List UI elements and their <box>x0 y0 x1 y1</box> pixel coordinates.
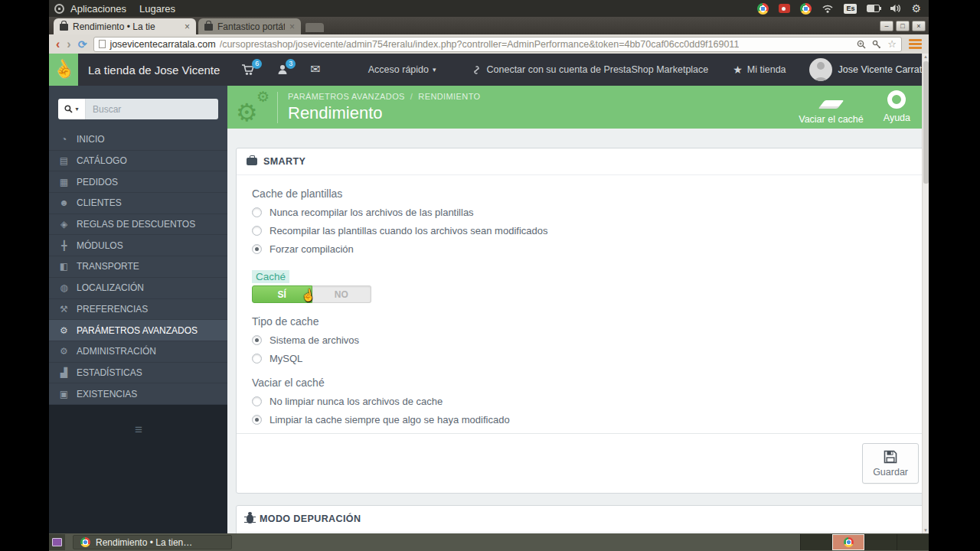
shop-name[interactable]: La tienda de Jose Vicente <box>88 64 220 77</box>
save-button[interactable]: Guardar <box>862 443 919 484</box>
reload-button[interactable]: ⟳ <box>78 39 87 50</box>
prestashop-page: ☝ La tienda de Jose Vicente 6 3 ✉ Acceso… <box>49 54 929 533</box>
clear-cache-button[interactable]: Vaciar el caché <box>799 90 864 125</box>
tab-close-icon[interactable]: × <box>185 21 190 32</box>
menu-aplicaciones[interactable]: Aplicaciones <box>70 3 126 15</box>
sidebar-item-clientes[interactable]: ☻CLIENTES <box>49 193 227 214</box>
radio-option[interactable]: Forzar compilación <box>252 243 915 255</box>
radio-icon-checked[interactable] <box>252 244 262 254</box>
cursor-hand-icon: ☝ <box>300 288 316 302</box>
zoom-icon[interactable] <box>857 40 866 49</box>
sidebar-item-pedidos[interactable]: ▦PEDIDOS <box>49 171 227 193</box>
show-desktop-button[interactable] <box>49 534 65 550</box>
sidebar-item-existencias[interactable]: ▣EXISTENCIAS <box>49 383 227 405</box>
chrome-tray-icon-2[interactable] <box>800 3 812 15</box>
bookmark-star-icon[interactable]: ☆ <box>887 39 897 49</box>
main-area: ⚙ ⚙ PARÁMETROS AVANZADOS / RENDIMIENTO R… <box>227 86 929 533</box>
sidebar-menu: ◔INICIO ▤CATÁLOGO ▦PEDIDOS ☻CLIENTES ◈RE… <box>49 129 227 405</box>
sidebar-item-preferencias[interactable]: ⚒PREFERENCIAS <box>49 299 227 321</box>
sidebar: ▾ ◔INICIO ▤CATÁLOGO ▦PEDIDOS ☻CLIENTES ◈… <box>49 86 227 533</box>
maximize-button[interactable]: □ <box>896 21 910 31</box>
workspace-2-active[interactable] <box>832 534 864 550</box>
smarty-panel-title: SMARTY <box>263 156 305 167</box>
search-input[interactable] <box>86 99 218 119</box>
radio-icon-checked[interactable] <box>252 335 262 345</box>
sidebar-item-modulos[interactable]: ╋MÓDULOS <box>49 235 227 256</box>
browser-menu-icon[interactable] <box>909 39 922 49</box>
briefcase-icon <box>247 158 257 165</box>
session-gear-icon[interactable]: ⚙ <box>911 3 921 14</box>
collapse-menu-icon[interactable]: ≡ <box>135 423 142 436</box>
radio-option[interactable]: No limpiar nunca los archivos de cache <box>252 396 915 407</box>
browser-tab-active[interactable]: Rendimiento • La tie × <box>54 18 196 34</box>
back-button[interactable]: ‹ <box>56 38 60 51</box>
smarty-panel-header: SMARTY <box>237 148 929 175</box>
radio-icon[interactable] <box>252 226 262 236</box>
cache-toggle[interactable]: SÍ NO ☝ <box>252 285 371 303</box>
marketplace-link[interactable]: Conectar con su cuenta de PrestaShop Mar… <box>472 64 709 75</box>
address-bar[interactable]: josevicentecarratala.com /cursoprestasho… <box>93 37 902 52</box>
customer-notifications[interactable]: 3 <box>276 64 289 76</box>
admin-body: ▾ ◔INICIO ▤CATÁLOGO ▦PEDIDOS ☻CLIENTES ◈… <box>49 86 929 533</box>
radio-label: Nunca recompilar los archivos de las pla… <box>270 207 474 218</box>
scroll-up-icon[interactable]: ▲ <box>923 54 928 60</box>
tags-icon: ◈ <box>58 220 70 229</box>
sidebar-item-reglas-de-descuentos[interactable]: ◈REGLAS DE DESCUENTOS <box>49 214 227 236</box>
volume-icon[interactable] <box>890 4 901 13</box>
prestashop-logo[interactable]: ☝ <box>49 54 78 86</box>
stats-icon: ▟ <box>58 368 70 377</box>
radio-option[interactable]: MySQL <box>252 353 915 364</box>
radio-icon[interactable] <box>252 207 262 217</box>
radio-label: Limpiar la cache siempre que algo se hay… <box>270 414 510 425</box>
radio-option[interactable]: Nunca recompilar los archivos de las pla… <box>252 207 915 218</box>
toggle-no-button[interactable]: NO <box>312 285 372 303</box>
help-button[interactable]: Ayuda <box>884 90 910 125</box>
modules-icon: ╋ <box>58 241 70 250</box>
sidebar-item-estadisticas[interactable]: ▟ESTADÍSTICAS <box>49 363 227 384</box>
close-button[interactable]: × <box>912 21 926 31</box>
radio-icon[interactable] <box>252 396 262 406</box>
search-scope-button[interactable]: ▾ <box>58 99 86 119</box>
breadcrumb-parent[interactable]: PARÁMETROS AVANZADOS <box>288 92 405 101</box>
screen-recorder-icon[interactable] <box>779 4 790 13</box>
cart-notifications[interactable]: 6 <box>241 64 255 76</box>
my-shop-link[interactable]: ★ Mi tienda <box>733 64 786 75</box>
radio-option[interactable]: Sistema de archivos <box>252 334 915 346</box>
tab-close-icon[interactable]: × <box>289 21 295 32</box>
sidebar-item-inicio[interactable]: ◔INICIO <box>49 129 227 151</box>
browser-tab-inactive[interactable]: Fantastico portátil d × <box>198 18 301 34</box>
sidebar-item-parametros-avanzados[interactable]: ⚙PARÁMETROS AVANZADOS <box>49 320 227 341</box>
scrollbar[interactable]: ▲ ▼ <box>922 54 929 533</box>
smarty-panel-footer: Guardar <box>237 433 929 493</box>
wifi-icon[interactable] <box>822 4 834 13</box>
radio-label: No limpiar nunca los archivos de cache <box>270 396 443 407</box>
sidebar-item-transporte[interactable]: ◧TRANSPORTE <box>49 256 227 278</box>
sidebar-item-administracion[interactable]: ⚙ADMINISTRACIÓN <box>49 341 227 363</box>
workspace-3[interactable] <box>864 534 897 550</box>
user-avatar[interactable] <box>809 58 832 81</box>
key-icon[interactable] <box>872 40 881 49</box>
browser-tab-strip: Rendimiento • La tie × Fantastico portát… <box>49 17 929 34</box>
menu-lugares[interactable]: Lugares <box>139 3 175 15</box>
battery-icon[interactable] <box>867 5 880 12</box>
user-menu[interactable]: Jose Vicente Carratala▾ <box>838 64 929 75</box>
new-tab-button[interactable] <box>305 23 324 32</box>
radio-option[interactable]: Limpiar la cache siempre que algo se hay… <box>252 414 915 425</box>
forward-button[interactable]: › <box>67 38 70 51</box>
sidebar-item-catalogo[interactable]: ▤CATÁLOGO <box>49 151 227 172</box>
scrollbar-thumb[interactable] <box>923 61 929 184</box>
workspace-1[interactable] <box>800 534 832 550</box>
quick-access-dropdown[interactable]: Acceso rápido▾ <box>368 64 436 75</box>
messages-notifications[interactable]: ✉ <box>310 64 320 76</box>
sidebar-item-localizacion[interactable]: ◍LOCALIZACIÓN <box>49 278 227 299</box>
chrome-tray-icon[interactable] <box>757 3 769 15</box>
taskbar-task-button[interactable]: Rendimiento • La tien… <box>73 535 232 549</box>
minimize-button[interactable]: – <box>880 21 893 31</box>
radio-icon-checked[interactable] <box>252 415 262 425</box>
keyboard-layout-indicator[interactable]: Es <box>844 4 857 14</box>
scroll-down-icon[interactable]: ▼ <box>923 527 928 533</box>
workspace-4[interactable] <box>897 534 929 550</box>
radio-option[interactable]: Recompilar las plantillas cuando los arc… <box>252 225 915 236</box>
sidebar-item-label: TRANSPORTE <box>77 261 139 272</box>
radio-icon[interactable] <box>252 354 262 364</box>
